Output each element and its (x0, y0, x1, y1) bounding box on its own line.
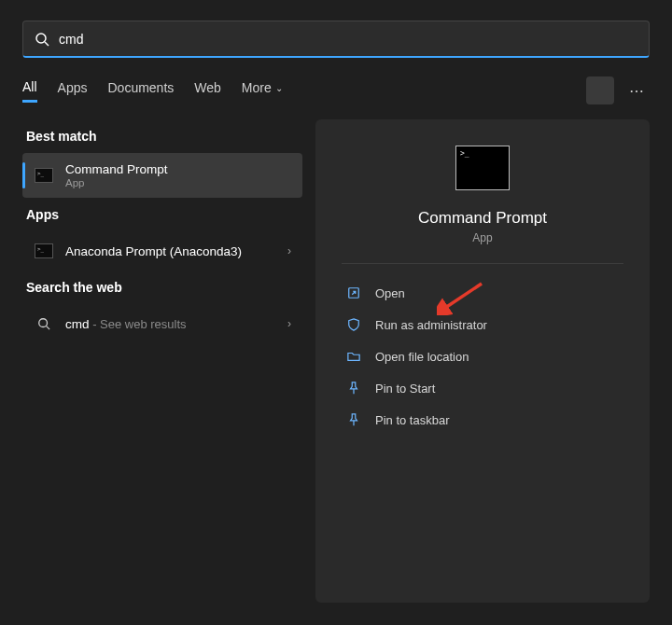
more-options-button[interactable]: ⋯ (623, 76, 650, 105)
search-bar[interactable] (22, 21, 650, 58)
pin-icon (345, 380, 362, 396)
web-hint: - See web results (90, 317, 187, 331)
tab-more[interactable]: More ⌄ (242, 80, 283, 101)
action-label: Open (375, 286, 405, 300)
result-title: cmd - See web results (65, 317, 287, 331)
tab-more-label: More (242, 80, 272, 95)
action-open-file-location[interactable]: Open file location (342, 340, 623, 372)
svg-point-0 (36, 34, 46, 43)
best-match-header: Best match (26, 129, 299, 144)
svg-line-1 (45, 42, 49, 46)
result-anaconda-prompt[interactable]: Anaconda Prompt (Anaconda3) › (22, 231, 302, 271)
preview-panel: Command Prompt App Open Run as administr… (315, 119, 650, 603)
web-term: cmd (65, 317, 90, 331)
result-title: Command Prompt (65, 162, 291, 176)
search-icon (35, 32, 49, 47)
search-input[interactable] (59, 32, 637, 47)
svg-point-2 (39, 319, 48, 327)
chevron-right-icon: › (287, 317, 291, 330)
search-tabs: All Apps Documents Web More ⌄ ⋯ (0, 75, 672, 106)
result-command-prompt[interactable]: Command Prompt App (22, 153, 302, 198)
action-open[interactable]: Open (342, 277, 623, 309)
search-web-header: Search the web (26, 280, 299, 295)
chevron-right-icon: › (287, 244, 291, 257)
open-icon (345, 285, 362, 301)
tab-documents[interactable]: Documents (107, 80, 174, 101)
svg-line-3 (47, 326, 50, 330)
result-subtitle: App (65, 177, 291, 188)
action-label: Pin to taskbar (375, 413, 450, 427)
action-run-as-administrator[interactable]: Run as administrator (342, 309, 623, 340)
action-label: Run as administrator (375, 318, 487, 332)
apps-header: Apps (26, 207, 299, 222)
tab-all[interactable]: All (22, 79, 37, 103)
shield-icon (345, 316, 362, 333)
tab-web[interactable]: Web (194, 80, 221, 101)
action-label: Open file location (375, 350, 469, 364)
cmd-icon (34, 165, 54, 186)
chevron-down-icon: ⌄ (275, 83, 283, 93)
result-web-cmd[interactable]: cmd - See web results › (22, 304, 302, 343)
folder-icon (345, 348, 362, 365)
action-pin-to-taskbar[interactable]: Pin to taskbar (342, 404, 623, 436)
user-avatar[interactable] (586, 76, 614, 104)
pin-icon (345, 411, 362, 428)
action-pin-to-start[interactable]: Pin to Start (342, 372, 623, 404)
divider (342, 263, 623, 264)
preview-subtitle: App (472, 231, 492, 244)
action-label: Pin to Start (375, 382, 435, 396)
cmd-icon (34, 241, 54, 261)
search-icon (34, 313, 54, 334)
result-title: Anaconda Prompt (Anaconda3) (65, 244, 287, 258)
results-panel: Best match Command Prompt App Apps Anaco… (22, 119, 302, 603)
preview-title: Command Prompt (418, 209, 547, 228)
tab-apps[interactable]: Apps (58, 80, 88, 101)
preview-thumbnail (455, 146, 510, 190)
